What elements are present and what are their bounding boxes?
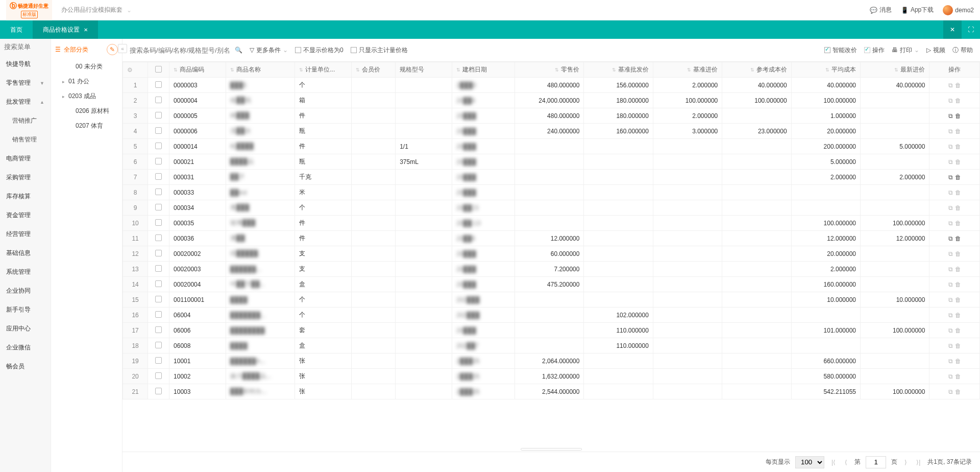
cell-spec[interactable] (396, 353, 452, 369)
cell-date[interactable]: 202███ (452, 308, 514, 323)
col-name[interactable]: ⇅商品名称 (226, 62, 295, 78)
cell-avg_cost[interactable]: 20.000000 (791, 124, 860, 139)
cell-retail[interactable]: 12.000000 (515, 231, 584, 246)
cell-last_in[interactable]: 5.000000 (861, 139, 929, 154)
cell-avg_cost[interactable] (791, 200, 860, 216)
row-checkbox[interactable] (155, 234, 162, 241)
row-delete-icon[interactable]: 🗑 (955, 327, 961, 334)
nav-item[interactable]: 系统管理 (0, 263, 51, 281)
select-all-checkbox[interactable] (155, 66, 162, 73)
row-delete-icon[interactable]: 🗑 (955, 158, 961, 166)
cell-date[interactable]: 20███ (452, 170, 514, 185)
hide-zero-price-checkbox[interactable]: 不显示价格为0 (295, 46, 344, 55)
row-delete-icon[interactable]: 🗑 (955, 97, 961, 104)
nav-item[interactable]: 企业微信 (0, 338, 51, 357)
cell-base_ws[interactable]: 102.000000 (584, 308, 653, 323)
pager-prev[interactable]: ⟨ (843, 459, 849, 466)
cell-date[interactable]: 20██8 (452, 93, 514, 108)
cell-base_ws[interactable]: 160.000000 (584, 124, 653, 139)
cell-avg_cost[interactable]: 2.000000 (791, 170, 860, 185)
cell-last_in[interactable] (861, 93, 929, 108)
row-delete-icon[interactable]: 🗑 (955, 373, 961, 380)
nav-item[interactable]: 批发管理▲ (0, 92, 51, 111)
cell-name[interactable]: 洗██水 (226, 124, 295, 139)
cell-code[interactable]: 000031 (169, 170, 226, 185)
row-checkbox[interactable] (155, 97, 162, 103)
cell-base_in[interactable]: 2.000000 (653, 78, 722, 93)
cell-base_ws[interactable]: 110.000000 (584, 323, 653, 338)
pager-next[interactable]: ⟩ (902, 459, 909, 466)
row-copy-icon[interactable]: ⧉ (948, 327, 953, 334)
cell-base_ws[interactable] (584, 353, 653, 369)
cell-ref_cost[interactable] (722, 231, 791, 246)
cell-name[interactable]: ████ (226, 292, 295, 308)
cell-member[interactable] (352, 292, 396, 308)
cell-spec[interactable] (396, 323, 452, 338)
cell-name[interactable]: 杜████ (226, 139, 295, 154)
cell-code[interactable]: 000033 (169, 185, 226, 200)
row-copy-icon[interactable]: ⧉ (948, 296, 953, 303)
cell-base_in[interactable] (653, 231, 722, 246)
cell-name[interactable]: 得█████. (226, 246, 295, 262)
cell-code[interactable]: 10001 (169, 353, 226, 369)
cell-ref_cost[interactable] (722, 277, 791, 292)
cell-name[interactable]: 扬力████品... (226, 369, 295, 384)
cell-avg_cost[interactable]: 580.000000 (791, 369, 860, 384)
cell-name[interactable]: ██est (226, 185, 295, 200)
cell-last_in[interactable] (861, 262, 929, 277)
cell-last_in[interactable] (861, 369, 929, 384)
nav-item[interactable]: 经营管理 (0, 225, 51, 244)
cell-base_in[interactable]: 100.000000 (653, 93, 722, 108)
cell-avg_cost[interactable]: 200.000000 (791, 139, 860, 154)
cell-unit[interactable]: 支 (295, 246, 352, 262)
cell-retail[interactable] (515, 338, 584, 353)
row-copy-icon[interactable]: ⧉ (948, 143, 953, 150)
cell-name[interactable]: ████品 (226, 154, 295, 170)
row-delete-icon[interactable]: 🗑 (955, 204, 961, 211)
cell-last_in[interactable] (861, 308, 929, 323)
cell-spec[interactable] (396, 78, 452, 93)
cell-member[interactable] (352, 108, 396, 124)
cell-ref_cost[interactable]: 23.000000 (722, 124, 791, 139)
cell-base_in[interactable]: 3.000000 (653, 124, 722, 139)
row-checkbox[interactable] (155, 265, 162, 272)
cell-member[interactable] (352, 170, 396, 185)
print-button[interactable]: 🖶打印⌄ (892, 46, 919, 55)
cell-name[interactable]: ███5 (226, 78, 295, 93)
cell-code[interactable]: 000035 (169, 216, 226, 231)
cell-date[interactable]: 20███ (452, 323, 514, 338)
cell-member[interactable] (352, 323, 396, 338)
row-copy-icon[interactable]: ⧉ (948, 250, 953, 257)
cell-last_in[interactable]: 100.000000 (861, 323, 929, 338)
cell-name[interactable]: ██子 (226, 170, 295, 185)
cell-last_in[interactable] (861, 353, 929, 369)
cell-name[interactable]: ██████... (226, 262, 295, 277)
close-all-tabs-button[interactable]: ✕ (943, 20, 962, 39)
row-checkbox[interactable] (155, 204, 162, 210)
cell-code[interactable]: 06006 (169, 323, 226, 338)
cell-date[interactable]: 2███05 (452, 384, 514, 399)
cell-unit[interactable]: 千克 (295, 170, 352, 185)
cell-spec[interactable] (396, 338, 452, 353)
cell-base_in[interactable] (653, 308, 722, 323)
cell-retail[interactable]: 475.200000 (515, 277, 584, 292)
cell-base_ws[interactable] (584, 246, 653, 262)
nav-subitem[interactable]: 营销推广 (0, 111, 51, 130)
row-checkbox[interactable] (155, 173, 162, 180)
cell-spec[interactable]: 1/1 (396, 139, 452, 154)
row-delete-icon[interactable]: 🗑 (955, 174, 961, 181)
row-delete-icon[interactable]: 🗑 (955, 189, 961, 196)
cell-ref_cost[interactable] (722, 216, 791, 231)
cell-last_in[interactable] (861, 108, 929, 124)
col-base_ws[interactable]: ⇅基准批发价 (584, 62, 653, 78)
gear-icon[interactable]: ⚙ (127, 66, 133, 74)
cell-date[interactable]: 20███ (452, 277, 514, 292)
cell-avg_cost[interactable]: 160.000000 (791, 277, 860, 292)
cell-base_in[interactable] (653, 216, 722, 231)
cell-avg_cost[interactable]: 660.000000 (791, 353, 860, 369)
category-node[interactable]: ▸01 办公 (55, 74, 118, 89)
cell-name[interactable]: 中██字██... (226, 277, 295, 292)
cell-unit[interactable]: 件 (295, 139, 352, 154)
cell-base_ws[interactable]: 180.000000 (584, 93, 653, 108)
cell-name[interactable]: ████ (226, 338, 295, 353)
